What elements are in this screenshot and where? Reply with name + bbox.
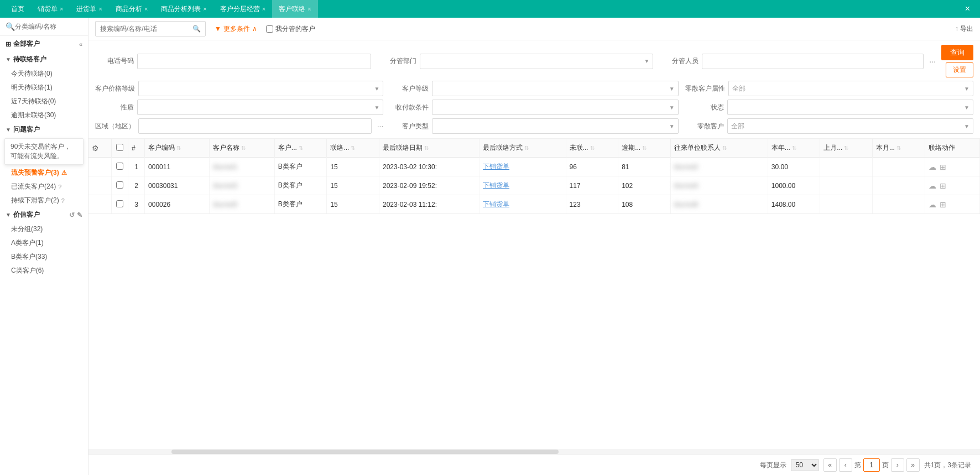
total-info: 共1页，3条记录	[924, 461, 971, 470]
select-all-checkbox[interactable]	[116, 144, 123, 151]
row-last-month	[820, 176, 873, 195]
settings-button[interactable]: 设置	[946, 62, 973, 77]
scrollbar-thumb[interactable]	[171, 450, 559, 454]
customer-type-select[interactable]: ▼	[432, 118, 678, 134]
my-customers-checkbox[interactable]: 我分管的客户	[266, 24, 315, 34]
nav-sales-close[interactable]: ×	[60, 6, 63, 12]
customer-table: ⚙ # 客户编码 ⇅	[88, 139, 980, 214]
th-code[interactable]: 客户编码 ⇅	[145, 139, 210, 158]
zero-attr-select[interactable]: 全部 ▼	[728, 81, 973, 96]
th-last-date[interactable]: 最后联络日期 ⇅	[379, 139, 479, 158]
nav-customer-contact[interactable]: 客户联络 ×	[272, 0, 317, 18]
nav-purchase-close[interactable]: ×	[98, 6, 102, 12]
sidebar-item-7days[interactable]: 近7天待联络(0)	[0, 95, 88, 108]
th-type[interactable]: 客户... ⇅	[274, 139, 327, 158]
nav-sales[interactable]: 销货单 ×	[31, 0, 70, 18]
th-no-contact[interactable]: 未联... ⇅	[566, 139, 618, 158]
my-customers-input[interactable]	[266, 25, 273, 33]
pending-triangle-icon: ▼	[6, 56, 11, 62]
more-filter-btn[interactable]: ▼ 更多条件 ∧	[210, 24, 262, 34]
gender-select[interactable]: ▼	[137, 100, 383, 115]
value-refresh-icon[interactable]: ↺	[69, 211, 75, 219]
value-edit-icon[interactable]: ✎	[77, 211, 82, 219]
search-input[interactable]	[100, 25, 192, 33]
phone-label: 电话号码	[95, 56, 134, 66]
sidebar-item-today[interactable]: 今天待联络(0)	[0, 67, 88, 81]
action-chat-icon[interactable]: ☁	[929, 163, 936, 171]
action-more-icon[interactable]: ⊞	[940, 200, 946, 209]
horizontal-scrollbar[interactable]	[88, 449, 980, 455]
person-select[interactable]	[702, 54, 924, 69]
customer-level-chevron-icon: ▼	[669, 86, 675, 92]
search-icon[interactable]: 🔍	[192, 25, 201, 33]
th-last-month[interactable]: 上月... ⇅	[820, 139, 873, 158]
person-dots[interactable]: ···	[929, 57, 936, 66]
nav-purchase-label: 进货单	[76, 4, 96, 14]
sidebar-group-pending[interactable]: ▼ 待联络客户	[0, 52, 88, 67]
sidebar-search-input[interactable]	[15, 23, 88, 30]
sidebar-group-problem[interactable]: ▼ 问题客户	[0, 122, 88, 137]
nav-product-analysis[interactable]: 商品分析 ×	[109, 0, 154, 18]
last-date-sort-icon: ⇅	[424, 145, 429, 151]
filter-payment: 收付款条件 ▼	[390, 100, 678, 115]
page-first-btn[interactable]: «	[823, 458, 837, 472]
nav-product-list-close[interactable]: ×	[203, 6, 206, 12]
th-unit-contact[interactable]: 往来单位联系人 ⇅	[670, 139, 768, 158]
region-select[interactable]	[138, 118, 372, 134]
sidebar-item-churn-warning[interactable]: 流失预警客户(3) ⚠	[0, 166, 88, 180]
th-overdue[interactable]: 逾期... ⇅	[618, 139, 671, 158]
th-name[interactable]: 客户名称 ⇅	[210, 139, 274, 158]
action-more-icon[interactable]: ⊞	[940, 163, 946, 171]
action-more-icon[interactable]: ⊞	[940, 181, 946, 190]
sidebar-item-declining[interactable]: 持续下滑客户(2) ?	[0, 194, 88, 207]
price-level-select[interactable]: ▼	[138, 81, 383, 96]
nav-customer-contact-close[interactable]: ×	[307, 6, 311, 12]
page-prev-btn[interactable]: ‹	[839, 458, 852, 472]
th-this-month[interactable]: 本月... ⇅	[872, 139, 925, 158]
sidebar-item-ungroup[interactable]: 未分组(32)	[0, 222, 88, 236]
sidebar-item-tomorrow[interactable]: 明天待联络(1)	[0, 81, 88, 95]
gear-icon[interactable]: ⚙	[92, 144, 99, 153]
sidebar-collapse-icon[interactable]: «	[79, 41, 82, 48]
th-last-method[interactable]: 最后联络方式 ⇅	[479, 139, 566, 158]
row-overdue: 81	[618, 158, 671, 176]
th-this-year[interactable]: 本年... ⇅	[768, 139, 820, 158]
row-checkbox[interactable]	[116, 200, 123, 207]
row-checkbox[interactable]	[116, 181, 123, 189]
sidebar-group-value[interactable]: ▼ 价值客户 ↺ ✎	[0, 207, 88, 222]
sidebar-item-b-class[interactable]: B类客户(33)	[0, 250, 88, 264]
export-btn[interactable]: ↑ 导出	[955, 24, 973, 34]
customer-level-select[interactable]: ▼	[432, 81, 678, 96]
zero-customer-select[interactable]: 全部 ▼	[727, 118, 973, 134]
page-next-btn[interactable]: ›	[891, 458, 904, 472]
sidebar-all-customers[interactable]: ⊞ 全部客户 «	[0, 36, 88, 52]
status-select[interactable]: ▼	[727, 100, 973, 115]
page-input[interactable]	[863, 458, 880, 472]
nav-purchase[interactable]: 进货单 ×	[70, 0, 108, 18]
sidebar-search-icon: 🔍	[6, 22, 15, 31]
phone-input[interactable]	[137, 54, 371, 69]
nav-product-list[interactable]: 商品分析列表 ×	[154, 0, 213, 18]
my-customers-label: 我分管的客户	[275, 24, 315, 34]
sidebar-item-c-class[interactable]: C类客户(6)	[0, 264, 88, 278]
sidebar-item-a-class[interactable]: A类客户(1)	[0, 236, 88, 250]
page-last-btn[interactable]: »	[906, 458, 920, 472]
sidebar-item-overdue[interactable]: 逾期未联络(30)	[0, 108, 88, 122]
nav-home[interactable]: 首页	[4, 0, 31, 18]
th-contact[interactable]: 联络... ⇅	[327, 139, 379, 158]
nav-customer-tier[interactable]: 客户分层经营 ×	[213, 0, 272, 18]
region-dots[interactable]: ···	[377, 122, 384, 131]
dept-select[interactable]: ▼	[420, 54, 654, 69]
query-button[interactable]: 查询	[941, 45, 973, 60]
nav-close-all[interactable]: ×	[960, 4, 976, 14]
all-customers-label: 全部客户	[13, 39, 40, 49]
payment-select[interactable]: ▼	[432, 100, 678, 115]
action-chat-icon[interactable]: ☁	[929, 181, 936, 190]
nav-product-close[interactable]: ×	[144, 6, 148, 12]
sidebar-item-churned[interactable]: 已流失客户(24) ?	[0, 180, 88, 194]
action-chat-icon[interactable]: ☁	[929, 200, 936, 209]
page-size-select[interactable]: 50 20 100 200	[791, 459, 819, 471]
row-checkbox[interactable]	[116, 163, 123, 170]
row-last-month	[820, 195, 873, 214]
nav-customer-tier-close[interactable]: ×	[262, 6, 265, 12]
